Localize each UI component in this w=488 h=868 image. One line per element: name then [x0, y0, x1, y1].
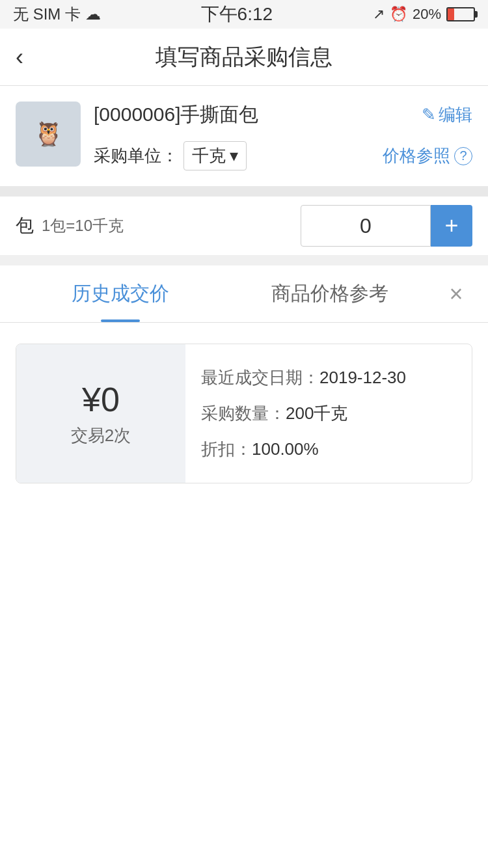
alarm-icon: ⏰	[390, 6, 407, 23]
product-row: 🦉 [0000006]手撕面包 ✎ 编辑 采购单位： 千克 ▾	[16, 102, 472, 170]
quantity-input[interactable]: 0	[301, 205, 431, 247]
recent-date-value: 2019-12-30	[319, 368, 406, 387]
unit-label: 采购单位： 千克 ▾	[94, 141, 247, 170]
discount-row: 折扣：100.00%	[201, 437, 456, 462]
trade-count: 交易2次	[71, 424, 131, 447]
product-section: 🦉 [0000006]手撕面包 ✎ 编辑 采购单位： 千克 ▾	[0, 86, 488, 186]
purchase-qty-label: 采购数量：	[201, 403, 286, 423]
help-icon: ?	[454, 147, 472, 165]
status-left: 无 SIM 卡 ☁	[13, 4, 101, 25]
product-info-header: [0000006]手撕面包 ✎ 编辑	[94, 102, 472, 128]
edit-button[interactable]: ✎ 编辑	[422, 103, 472, 126]
discount-value: 100.00%	[252, 439, 319, 459]
unit-select-dropdown[interactable]: 千克 ▾	[183, 141, 247, 170]
price-card-left: ¥0 交易2次	[16, 344, 185, 483]
product-name: [0000006]手撕面包	[94, 102, 258, 128]
price-ref-label: 价格参照	[383, 144, 450, 167]
price-reference-button[interactable]: 价格参照 ?	[383, 144, 472, 167]
empty-space	[0, 504, 488, 868]
product-thumbnail: 🦉	[16, 102, 81, 167]
quantity-unit-detail: 1包=10千克	[42, 215, 124, 236]
tabs-section: 历史成交价 商品价格参考 × ¥0 交易2次 最近成交日期：2019-12-30…	[0, 265, 488, 504]
currency-symbol: ¥	[82, 381, 101, 418]
quantity-unit: 包	[16, 213, 34, 238]
discount-label: 折扣：	[201, 439, 252, 459]
recent-date-label: 最近成交日期：	[201, 368, 319, 387]
tab-history-price[interactable]: 历史成交价	[16, 265, 225, 322]
tabs-close-button[interactable]: ×	[440, 278, 472, 310]
status-time: 下午6:12	[201, 2, 273, 27]
status-bar: 无 SIM 卡 ☁ 下午6:12 ↗ ⏰ 20%	[0, 0, 488, 29]
tab-history-label: 历史成交价	[72, 280, 169, 307]
sim-signal-text: 无 SIM 卡 ☁	[13, 4, 101, 25]
quantity-plus-button[interactable]: +	[431, 205, 472, 247]
quantity-row: 包 1包=10千克 0 +	[0, 197, 488, 255]
quantity-label: 包 1包=10千克	[16, 213, 124, 238]
location-icon: ↗	[373, 6, 385, 23]
purchase-qty-value: 200千克	[286, 403, 347, 423]
edit-label: 编辑	[439, 103, 472, 126]
price-card: ¥0 交易2次 最近成交日期：2019-12-30 采购数量：200千克 折扣：…	[16, 344, 472, 483]
tabs-header: 历史成交价 商品价格参考 ×	[0, 265, 488, 323]
status-right: ↗ ⏰ 20%	[373, 6, 475, 23]
unit-label-text: 采购单位：	[94, 144, 178, 167]
nav-bar: ‹ 填写商品采购信息	[0, 29, 488, 86]
product-info: [0000006]手撕面包 ✎ 编辑 采购单位： 千克 ▾ 价格参照 ?	[94, 102, 472, 170]
page-title: 填写商品采购信息	[156, 42, 332, 72]
price-card-right: 最近成交日期：2019-12-30 采购数量：200千克 折扣：100.00%	[185, 344, 472, 483]
dropdown-icon: ▾	[230, 146, 238, 166]
price-value: 0	[101, 381, 120, 418]
product-unit-row: 采购单位： 千克 ▾ 价格参照 ?	[94, 141, 472, 170]
unit-value: 千克	[192, 144, 226, 167]
tab-active-indicator	[101, 319, 140, 322]
back-button[interactable]: ‹	[16, 44, 23, 71]
price-amount: ¥0	[82, 380, 120, 419]
recent-date-row: 最近成交日期：2019-12-30	[201, 365, 456, 390]
tab-price-reference[interactable]: 商品价格参考	[225, 265, 435, 322]
battery-icon	[446, 7, 475, 21]
product-owl-icon: 🦉	[34, 120, 63, 148]
section-divider	[0, 186, 488, 197]
purchase-qty-row: 采购数量：200千克	[201, 401, 456, 426]
tab-price-ref-label: 商品价格参考	[271, 280, 388, 307]
tab-content: ¥0 交易2次 最近成交日期：2019-12-30 采购数量：200千克 折扣：…	[0, 323, 488, 504]
quantity-input-group: 0 +	[301, 205, 472, 247]
battery-percent: 20%	[413, 6, 441, 23]
edit-icon: ✎	[422, 105, 436, 125]
